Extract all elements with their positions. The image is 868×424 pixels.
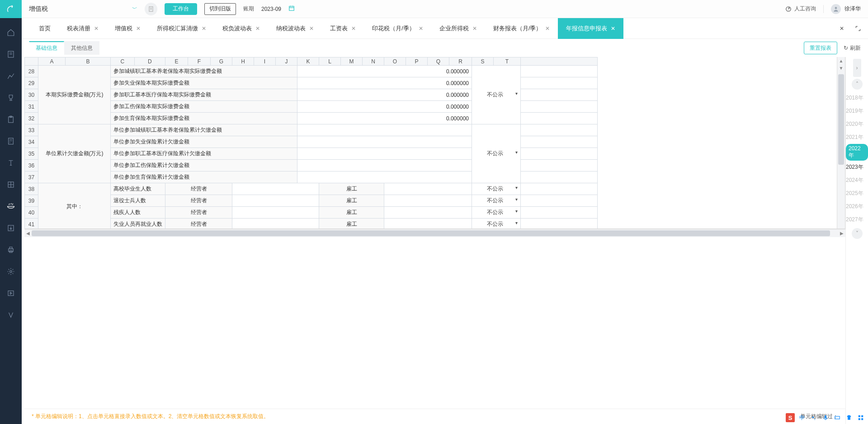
tab[interactable]: 工资表✕: [322, 18, 364, 39]
nav-clipboard-icon[interactable]: [5, 114, 16, 125]
disclose-cell[interactable]: 不公示: [472, 124, 521, 183]
tab[interactable]: 税负波动表✕: [214, 18, 268, 39]
year-up-icon[interactable]: ˄: [852, 79, 863, 90]
col-header[interactable]: M: [341, 57, 363, 66]
value-cell[interactable]: [384, 219, 472, 229]
year-item[interactable]: 2026年: [846, 200, 868, 213]
nav-calc-icon[interactable]: [5, 136, 16, 147]
scroll-up-icon[interactable]: ▲: [837, 57, 845, 64]
nav-bowl-icon[interactable]: [5, 201, 16, 212]
col-header[interactable]: G: [211, 57, 232, 66]
value-cell[interactable]: [384, 183, 472, 195]
row-header[interactable]: 36: [25, 160, 38, 172]
col-header[interactable]: D: [134, 57, 165, 66]
row-header[interactable]: 41: [25, 219, 38, 229]
value-cell[interactable]: 0.000000: [297, 77, 472, 89]
row-header[interactable]: 39: [25, 195, 38, 207]
value-cell[interactable]: [297, 172, 472, 183]
row-header[interactable]: 34: [25, 136, 38, 148]
scroll-left-icon[interactable]: ◀: [24, 231, 32, 236]
user-menu[interactable]: 徐泽华: [831, 4, 861, 14]
value-cell[interactable]: [384, 195, 472, 207]
col-header[interactable]: R: [449, 57, 472, 66]
year-item[interactable]: 2027年: [846, 213, 868, 226]
row-header[interactable]: 40: [25, 207, 38, 219]
close-icon[interactable]: ✕: [472, 25, 477, 32]
close-icon[interactable]: ✕: [351, 25, 356, 32]
vertical-scrollbar[interactable]: ▲ ▼: [837, 57, 845, 229]
close-icon[interactable]: ✕: [309, 25, 314, 32]
year-collapse-icon[interactable]: ›: [853, 59, 861, 77]
value-cell[interactable]: [232, 195, 319, 207]
year-item[interactable]: 2021年: [846, 131, 868, 144]
tab[interactable]: 年报信息申报表✕: [558, 18, 623, 39]
tab[interactable]: 企业所得税✕: [431, 18, 485, 39]
ime-lang-icon[interactable]: 中: [797, 413, 807, 422]
year-down-icon[interactable]: ˅: [852, 228, 863, 239]
close-icon[interactable]: ✕: [419, 25, 423, 32]
calendar-icon[interactable]: [288, 5, 295, 13]
nav-text-icon[interactable]: [5, 157, 16, 168]
year-item[interactable]: 2025年: [846, 187, 868, 200]
col-header[interactable]: B: [66, 57, 111, 66]
row-header[interactable]: 31: [25, 101, 38, 113]
row-header[interactable]: 35: [25, 148, 38, 160]
row-header[interactable]: 37: [25, 172, 38, 183]
old-version-button[interactable]: 切到旧版: [204, 3, 236, 15]
ime-tools-icon[interactable]: [856, 413, 865, 422]
close-icon[interactable]: ✕: [611, 25, 615, 32]
year-item[interactable]: 2019年: [846, 105, 868, 118]
tab[interactable]: 印花税（月/季）✕: [364, 18, 431, 39]
period-value[interactable]: 2023-09: [261, 6, 281, 12]
nav-settings-icon[interactable]: [5, 266, 16, 277]
refresh-button[interactable]: ↻ 刷新: [844, 44, 861, 52]
year-item[interactable]: 2022年: [846, 144, 868, 161]
account-selector[interactable]: 增值税 ﹀: [29, 5, 137, 13]
nav-printer-icon[interactable]: [5, 244, 16, 255]
nav-home-icon[interactable]: [5, 27, 16, 38]
disclose-cell[interactable]: 不公示: [472, 195, 521, 207]
row-header[interactable]: 30: [25, 89, 38, 101]
year-item[interactable]: 2024年: [846, 174, 868, 187]
logo[interactable]: [0, 0, 22, 18]
nav-video-icon[interactable]: [5, 288, 16, 299]
col-header[interactable]: I: [254, 57, 276, 66]
value-cell[interactable]: 0.000000: [297, 113, 472, 124]
col-header[interactable]: S: [472, 57, 494, 66]
subtab-basic[interactable]: 基础信息: [29, 41, 64, 55]
nav-chart-icon[interactable]: [5, 71, 16, 81]
workbench-button[interactable]: 工作台: [165, 3, 197, 15]
value-cell[interactable]: [297, 160, 472, 172]
col-header[interactable]: N: [363, 57, 384, 66]
tab[interactable]: 纳税波动表✕: [268, 18, 322, 39]
col-header[interactable]: P: [406, 57, 428, 66]
tab[interactable]: 增值税✕: [107, 18, 149, 39]
close-icon[interactable]: ✕: [94, 25, 99, 32]
year-item[interactable]: 2020年: [846, 118, 868, 131]
col-header[interactable]: J: [276, 57, 297, 66]
value-cell[interactable]: [232, 207, 319, 219]
col-header[interactable]: Q: [428, 57, 449, 66]
close-icon[interactable]: ✕: [545, 25, 550, 32]
col-header[interactable]: E: [165, 57, 188, 66]
value-cell[interactable]: 0.000000: [297, 89, 472, 101]
help-link[interactable]: 人工咨询: [785, 5, 816, 13]
reset-button[interactable]: 重置报表: [804, 42, 837, 54]
col-header[interactable]: F: [188, 57, 211, 66]
close-icon[interactable]: ✕: [255, 25, 260, 32]
sogou-icon[interactable]: S: [786, 413, 795, 422]
nav-export-icon[interactable]: [5, 223, 16, 233]
close-icon[interactable]: ✕: [202, 25, 206, 32]
year-item[interactable]: 2018年: [846, 91, 868, 105]
row-header[interactable]: 32: [25, 113, 38, 124]
value-cell[interactable]: [232, 183, 319, 195]
spreadsheet-grid[interactable]: ABCDEFGHIJKLMNOPQRST28本期实际缴费金额(万元)参加城镇职工…: [24, 57, 598, 229]
row-header[interactable]: 28: [25, 66, 38, 77]
ime-skin-icon[interactable]: [844, 413, 854, 422]
close-icon[interactable]: ✕: [136, 25, 141, 32]
tab[interactable]: 首页: [31, 18, 59, 39]
row-header[interactable]: 29: [25, 77, 38, 89]
doc-icon[interactable]: [145, 3, 157, 15]
tab[interactable]: 财务报表（月/季）✕: [485, 18, 558, 39]
subtab-other[interactable]: 其他信息: [64, 41, 99, 55]
